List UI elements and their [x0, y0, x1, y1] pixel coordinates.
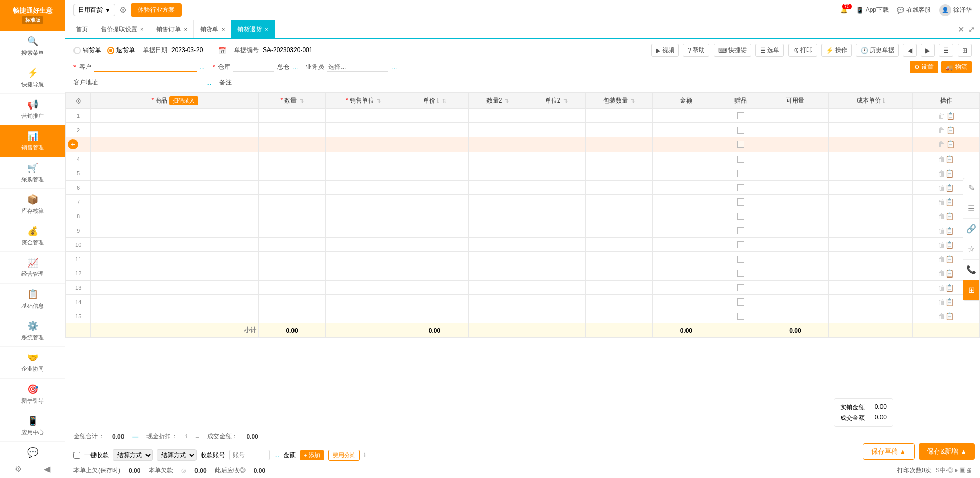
dropdown-chevron[interactable]: ▲: [900, 448, 906, 456]
number-input[interactable]: [262, 45, 344, 55]
product-cell[interactable]: [91, 109, 259, 123]
delete-row-icon[interactable]: 🗑: [938, 112, 945, 120]
gift-checkbox[interactable]: [737, 241, 744, 248]
tab-sales-delivery[interactable]: 销货单 ×: [194, 20, 231, 38]
copy-row-icon[interactable]: 📋: [946, 140, 955, 148]
gift-checkbox[interactable]: [737, 198, 744, 206]
unit2-cell[interactable]: [527, 123, 585, 137]
unit2-sort-icon[interactable]: ⇅: [564, 98, 568, 104]
operation-btn[interactable]: ⚡ 操作: [821, 44, 852, 57]
copy-row-icon[interactable]: 📋: [945, 269, 954, 278]
copy-row-icon[interactable]: 📋: [945, 184, 954, 192]
shortcut-btn[interactable]: ⌨ 快捷键: [714, 44, 751, 57]
floating-item-3[interactable]: 🔗: [963, 219, 979, 239]
discount-info-icon[interactable]: ℹ: [185, 433, 187, 440]
sunit-sort-icon[interactable]: ⇅: [377, 98, 381, 104]
collapse-icon[interactable]: ◀: [44, 464, 50, 474]
copy-row-icon[interactable]: 📋: [946, 126, 955, 134]
experience-btn[interactable]: 体验行业方案: [131, 3, 182, 17]
account-input[interactable]: [229, 450, 270, 460]
avail-cell[interactable]: [762, 109, 828, 123]
sidebar-item-inventory[interactable]: 📦 库存核算: [0, 189, 65, 220]
gift-checkbox[interactable]: [737, 284, 744, 291]
copy-row-icon[interactable]: 📋: [945, 227, 954, 235]
sidebar-item-finance[interactable]: 💰 资金管理: [0, 220, 65, 252]
user-profile[interactable]: 👤 徐泽华: [939, 4, 972, 16]
delete-row-icon[interactable]: 🗑: [938, 198, 945, 206]
list-view-btn[interactable]: ☰: [939, 44, 953, 57]
gift-checkbox[interactable]: [737, 298, 744, 306]
sunit-cell[interactable]: [326, 109, 401, 123]
sidebar-item-shortcut[interactable]: ⚡ 快捷导航: [0, 62, 65, 94]
gift-checkbox[interactable]: [737, 156, 744, 163]
grid-view-btn[interactable]: ⊞: [958, 44, 972, 57]
delete-row-icon[interactable]: 🗑: [938, 269, 945, 278]
sidebar-item-search[interactable]: 🔍 搜索菜单: [0, 31, 65, 62]
uprice-sort-icon[interactable]: ⇅: [442, 98, 446, 104]
delete-row-icon[interactable]: 🗑: [938, 126, 945, 134]
tab-sales-return[interactable]: 销货退货 ×: [231, 20, 275, 38]
online-service-btn[interactable]: 💬 在线客服: [897, 6, 931, 14]
avail-cell[interactable]: [762, 123, 828, 137]
address-input[interactable]: [101, 78, 203, 87]
sidebar-item-wechat[interactable]: 💬 企业微信: [0, 442, 65, 460]
delete-row-icon[interactable]: 🗑: [938, 241, 945, 249]
avail-active-cell[interactable]: [762, 137, 828, 152]
amount-active-cell[interactable]: [653, 137, 720, 152]
cprice-cell[interactable]: [829, 109, 913, 123]
copy-row-icon[interactable]: 📋: [945, 312, 954, 320]
delete-row-icon[interactable]: 🗑: [938, 212, 945, 220]
product-input[interactable]: [93, 140, 256, 149]
copy-row-icon[interactable]: 📋: [945, 298, 954, 306]
close-tab-btn[interactable]: ✕: [957, 23, 965, 35]
floating-item-2[interactable]: ☰: [963, 198, 979, 219]
account-ellipsis[interactable]: ...: [274, 451, 279, 459]
qty-cell[interactable]: [258, 109, 325, 123]
qty2-cell[interactable]: [468, 109, 527, 123]
tab-sales-delivery-close[interactable]: ×: [222, 26, 225, 32]
floating-item-4[interactable]: ☆: [963, 239, 979, 260]
copy-row-icon[interactable]: 📋: [946, 112, 955, 120]
fee-info-icon[interactable]: ℹ: [364, 452, 366, 459]
delete-row-icon[interactable]: 🗑: [938, 284, 945, 292]
tab-sales-return-close[interactable]: ×: [265, 26, 268, 32]
gift-checkbox[interactable]: [737, 170, 744, 177]
select-btn[interactable]: ☰ 选单: [755, 44, 784, 57]
settings-bottom-icon[interactable]: ⚙: [15, 464, 22, 474]
delete-row-icon[interactable]: 🗑: [938, 312, 945, 320]
sum-method-select[interactable]: 结算方式: [157, 449, 197, 461]
sidebar-item-system[interactable]: ⚙️ 系统管理: [0, 315, 65, 347]
sidebar-item-operations[interactable]: 📈 经营管理: [0, 252, 65, 284]
uprice-cell[interactable]: [401, 109, 468, 123]
add-row-btn[interactable]: +: [68, 139, 78, 149]
gift-checkbox[interactable]: [737, 127, 744, 134]
sidebar-item-guide[interactable]: 🎯 新手引导: [0, 379, 65, 410]
staff-ellipsis-btn[interactable]: ...: [391, 64, 397, 71]
radio-tuidan[interactable]: 退货单: [107, 46, 135, 55]
qty-active-cell[interactable]: [258, 137, 325, 152]
tab-price-setting[interactable]: 售价提取设置 ×: [94, 20, 150, 38]
gift-checkbox[interactable]: [737, 227, 744, 234]
message-icon[interactable]: 🔔 70: [840, 7, 848, 14]
settings-btn[interactable]: ⚙ 设置: [910, 61, 938, 73]
pkgqty-cell[interactable]: [585, 123, 652, 137]
gift-checkbox[interactable]: [737, 213, 744, 220]
delete-row-icon[interactable]: 🗑: [938, 227, 945, 235]
product-input-cell[interactable]: [91, 137, 259, 152]
uprice-active-cell[interactable]: [401, 137, 468, 152]
arrears-info-icon[interactable]: ◎: [181, 467, 186, 474]
gift-cell[interactable]: [720, 109, 762, 123]
sidebar-item-marketing[interactable]: 📢 营销推广: [0, 94, 65, 125]
gift-checkbox[interactable]: [737, 184, 744, 191]
copy-row-icon[interactable]: 📋: [945, 198, 954, 206]
sidebar-item-sales[interactable]: 📊 销售管理: [0, 125, 65, 157]
delete-row-icon[interactable]: 🗑: [938, 155, 945, 163]
uprice-cell[interactable]: [401, 123, 468, 137]
copy-row-icon[interactable]: 📋: [945, 255, 954, 263]
gift-checkbox[interactable]: [737, 112, 744, 119]
gift-checkbox[interactable]: [737, 313, 744, 320]
copy-row-icon[interactable]: 📋: [945, 155, 954, 163]
delete-row-icon[interactable]: 🗑: [938, 298, 945, 306]
pkgqty-cell[interactable]: [585, 109, 652, 123]
sidebar-item-basic[interactable]: 📋 基础信息: [0, 284, 65, 315]
